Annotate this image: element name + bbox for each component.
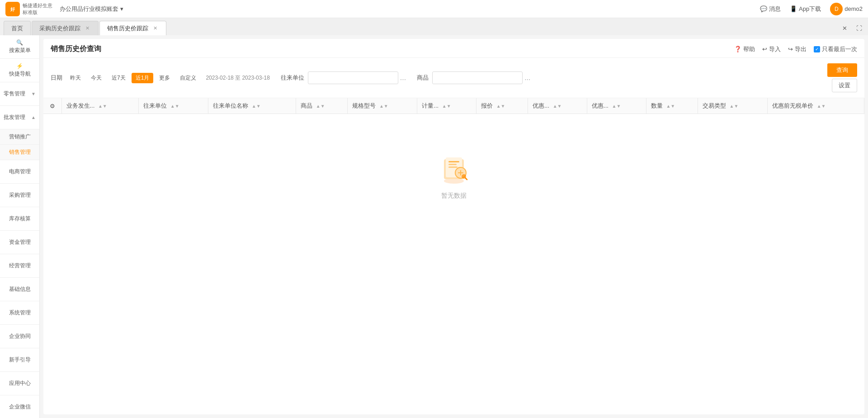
col-spec[interactable]: 规格型号 ▲▼: [348, 98, 417, 114]
sidebar-item-purchase[interactable]: 采购管理: [0, 184, 39, 207]
date-btn-custom[interactable]: 自定义: [176, 73, 200, 83]
product-input[interactable]: [432, 71, 523, 84]
table-area: ⚙ 业务发生... ▲▼ 往来单位 ▲▼ 往来单位名称: [43, 98, 864, 414]
sidebar-item-guide[interactable]: 新手引导: [0, 348, 39, 372]
svg-rect-7: [448, 166, 458, 168]
user-action[interactable]: D demo2: [830, 3, 863, 15]
col-trade-type[interactable]: 交易类型 ▲▼: [698, 98, 767, 114]
sidebar-item-operations[interactable]: 经营管理: [0, 254, 39, 278]
import-action[interactable]: ↩ 导入: [762, 45, 781, 53]
sidebar-item-enterprise[interactable]: 企业协同: [0, 325, 39, 348]
sidebar-item-retail[interactable]: 零售管理 ▼: [0, 82, 39, 106]
sidebar-retail-label: 零售管理: [4, 90, 25, 98]
wholesale-submenu: 营销推广 销售管理: [0, 129, 39, 160]
date-filter-label: 日期: [51, 74, 62, 82]
col-qty[interactable]: 数量 ▲▼: [646, 98, 698, 114]
sidebar-wholesale-label: 批发管理: [4, 114, 25, 121]
main-layout: 🔍 搜索菜单 ⚡ 快捷导航 零售管理 ▼ 批发管理 ▲ 营销推广 销售管理 电商…: [0, 35, 868, 418]
message-label: 消息: [769, 5, 781, 13]
sidebar-item-marketing[interactable]: 营销推广: [0, 129, 39, 145]
basicinfo-label: 基础信息: [9, 285, 31, 293]
export-icon: ↪: [788, 46, 793, 52]
tab-fullscreen-btn[interactable]: ⛶: [854, 23, 864, 33]
sidebar: 🔍 搜索菜单 ⚡ 快捷导航 零售管理 ▼ 批发管理 ▲ 营销推广 销售管理 电商…: [0, 35, 40, 418]
guide-label: 新手引导: [9, 356, 31, 364]
col-unit[interactable]: 计量... ▲▼: [417, 98, 476, 114]
header-left: 好 畅捷通好生意 标准版 办公用品行业模拟账套 ▾: [5, 2, 127, 16]
sort-icon-partner: ▲▼: [170, 104, 179, 109]
tab-home[interactable]: 首页: [4, 21, 31, 35]
sidebar-item-wholesale[interactable]: 批发管理 ▲: [0, 106, 39, 129]
search-button[interactable]: 查询: [827, 63, 857, 77]
sidebar-item-ecommerce[interactable]: 电商管理: [0, 160, 39, 184]
date-btn-more[interactable]: 更多: [155, 73, 174, 83]
quicknav-icon: ⚡: [16, 63, 23, 69]
help-action[interactable]: ❓ 帮助: [734, 45, 755, 53]
import-label: 导入: [769, 45, 781, 53]
partner-filter-label: 往来单位: [281, 74, 304, 82]
sidebar-item-quicknav[interactable]: ⚡ 快捷导航: [0, 59, 39, 82]
corpwechat-label: 企业微信: [9, 403, 31, 411]
partner-input-area: ...: [308, 71, 406, 84]
settings-button[interactable]: 设置: [832, 79, 857, 92]
wholesale-arrow-icon: ▲: [31, 115, 36, 120]
header-right: 💬 消息 📱 App下载 D demo2: [760, 3, 863, 15]
logo-area: 好 畅捷通好生意 标准版: [5, 2, 52, 16]
sidebar-item-sales-mgmt[interactable]: 销售管理: [0, 145, 39, 160]
sort-icon-qty: ▲▼: [666, 104, 675, 109]
col-partner-name[interactable]: 往来单位名称 ▲▼: [208, 98, 296, 114]
date-btn-1month[interactable]: 近1月: [132, 73, 154, 83]
app-selector[interactable]: 办公用品行业模拟账套 ▾: [56, 3, 127, 15]
sidebar-item-system[interactable]: 系统管理: [0, 301, 39, 325]
avatar: D: [830, 3, 843, 15]
svg-line-12: [465, 178, 467, 180]
only-last-checkbox[interactable]: ✓ 只看最后一次: [814, 45, 857, 53]
date-range-display: 2023-02-18 至 2023-03-18: [206, 74, 269, 82]
help-label: 帮助: [743, 45, 755, 53]
tab-purchase-close[interactable]: ✕: [84, 25, 91, 32]
tab-bar-actions: ✕ ⛶: [839, 23, 864, 35]
sidebar-item-search[interactable]: 🔍 搜索菜单: [0, 35, 39, 59]
chevron-down-icon: ▾: [120, 5, 123, 12]
date-btn-7days[interactable]: 近7天: [108, 73, 130, 83]
message-action[interactable]: 💬 消息: [760, 5, 781, 13]
app-download-action[interactable]: 📱 App下载: [790, 5, 821, 13]
col-discount2[interactable]: 优惠... ▲▼: [587, 98, 646, 114]
sidebar-item-inventory[interactable]: 库存核算: [0, 207, 39, 231]
partner-dots-btn[interactable]: ...: [400, 74, 406, 82]
svg-text:好: 好: [10, 7, 15, 12]
partner-input[interactable]: [308, 71, 398, 84]
empty-state: 暂无数据: [43, 114, 864, 236]
import-icon: ↩: [762, 46, 767, 52]
product-dots-btn[interactable]: ...: [524, 74, 530, 82]
tab-sales-history[interactable]: 销售历史价跟踪 ✕: [99, 21, 166, 35]
sort-icon-trade: ▲▼: [730, 104, 739, 109]
col-partner-code[interactable]: 往来单位 ▲▼: [139, 98, 208, 114]
sort-icon-pretax: ▲▼: [817, 104, 826, 109]
col-settings[interactable]: ⚙: [43, 98, 61, 114]
finance-label: 资金管理: [9, 238, 31, 246]
tab-sales-close[interactable]: ✕: [152, 25, 159, 32]
page-title: 销售历史价查询: [51, 44, 101, 54]
sidebar-item-finance[interactable]: 资金管理: [0, 231, 39, 254]
col-discount1[interactable]: 优惠... ▲▼: [528, 98, 587, 114]
tab-purchase-history[interactable]: 采购历史价跟踪 ✕: [32, 21, 99, 35]
sidebar-item-basicinfo[interactable]: 基础信息: [0, 278, 39, 301]
tab-close-all-btn[interactable]: ✕: [839, 23, 850, 33]
date-btn-today[interactable]: 今天: [87, 73, 106, 83]
tab-bar: 首页 采购历史价跟踪 ✕ 销售历史价跟踪 ✕ ✕ ⛶: [0, 18, 868, 35]
logo-icon: 好: [5, 2, 20, 16]
sidebar-item-appcenter[interactable]: 应用中心: [0, 372, 39, 395]
sort-icon-unit: ▲▼: [442, 104, 451, 109]
sidebar-item-corpwechat[interactable]: 企业微信: [0, 395, 39, 418]
date-btn-yesterday[interactable]: 昨天: [66, 73, 85, 83]
sort-icon-spec: ▲▼: [379, 104, 388, 109]
col-quote[interactable]: 报价 ▲▼: [476, 98, 528, 114]
svg-rect-6: [448, 164, 457, 165]
col-biz-date[interactable]: 业务发生... ▲▼: [61, 98, 139, 114]
table-header-row: ⚙ 业务发生... ▲▼ 往来单位 ▲▼ 往来单位名称: [43, 98, 864, 114]
col-pretax-price[interactable]: 优惠前无税单价 ▲▼: [768, 98, 864, 114]
col-product[interactable]: 商品 ▲▼: [296, 98, 348, 114]
settings-icon: ⚙: [50, 103, 55, 109]
export-action[interactable]: ↪ 导出: [788, 45, 807, 53]
